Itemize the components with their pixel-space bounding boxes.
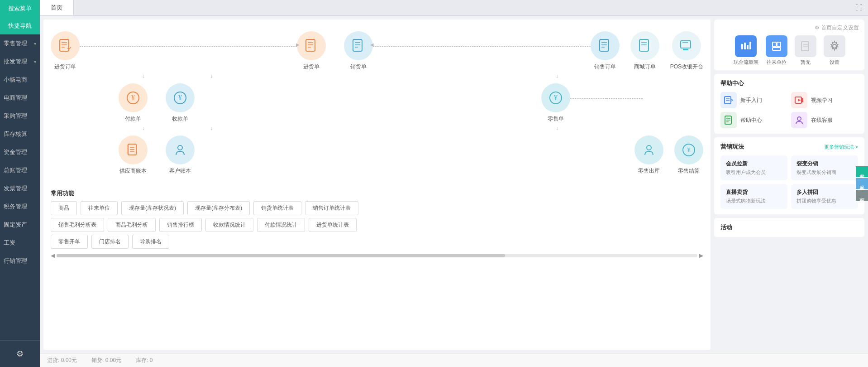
mkt-item-fission[interactable]: 裂变分销 裂变式发展分销商 (791, 155, 858, 180)
sidebar-item-ecom[interactable]: 电商管理 (0, 89, 40, 107)
svg-rect-12 (600, 39, 609, 51)
quick-icon-cashflow[interactable]: 现金流量表 (734, 35, 758, 66)
sidebar-item-finance[interactable]: 资金管理 (0, 143, 40, 161)
svg-rect-48 (725, 97, 731, 104)
flow-node-shoukdan[interactable]: ¥ 收款单 (166, 83, 195, 123)
func-row-1: 商品 往来单位 现存量(库存状况表) 现存量(库存分布表) 销货单统计表 销售订… (51, 201, 703, 215)
svg-text:¥: ¥ (178, 94, 182, 101)
func-btn-purchase[interactable]: 进货单统计表 (309, 218, 357, 232)
gear-icon[interactable]: ⚙ (0, 345, 40, 362)
func-btn-payment[interactable]: 付款情况统计 (257, 218, 305, 232)
mkt-item-member[interactable]: 会员拉新 吸引用户成为会员 (720, 155, 787, 180)
online-service-icon (791, 112, 807, 128)
right-panel: ⚙ 首页自定义设置 现金流量表 往来单位 (714, 16, 868, 353)
svg-rect-39 (747, 45, 749, 49)
help-item-online[interactable]: 在线客服 (791, 112, 858, 128)
func-btn-sales1[interactable]: 销货单统计表 (253, 201, 301, 215)
func-row-2: 销售毛利分析表 商品毛利分析 销售排行榜 收款情况统计 付款情况统计 进货单统计… (51, 218, 703, 232)
flow-node-lsd[interactable]: ¥ 零售单 (541, 83, 570, 123)
bottom-inventory: 库存: 0 (136, 357, 153, 364)
sidebar-item-ecom-small[interactable]: 小畅电商 (0, 71, 40, 89)
marketing-more[interactable]: 更多营销玩法 > (824, 144, 858, 150)
flow-node-gyschb[interactable]: 供应商账本 (119, 135, 148, 175)
svg-text:¥: ¥ (131, 94, 135, 101)
flow-node-jhdan[interactable]: 进货单 (297, 31, 326, 71)
flow-node-khzb[interactable]: 客户账本 (166, 135, 195, 175)
sidebar-item-salary[interactable]: 工资 (0, 234, 40, 252)
tab-home[interactable]: 首页 (40, 0, 74, 15)
float-btn-desktop[interactable]: 桌面快捷 (856, 190, 868, 201)
quick-icon-units[interactable]: 往来单位 (766, 35, 787, 66)
help-item-video[interactable]: 视频学习 (791, 92, 858, 108)
marketing-title: 营销玩法 (720, 143, 744, 151)
func-btn-receipt[interactable]: 收款情况统计 (205, 218, 253, 232)
mkt-item-group[interactable]: 多人拼团 拼团购物享受优惠 (791, 184, 858, 209)
svg-rect-40 (749, 42, 751, 49)
quick-icon-settings[interactable]: 设置 (824, 35, 845, 66)
float-btn-hotline[interactable]: 客服热线 (856, 166, 868, 177)
sidebar-item-ledger[interactable]: 总账管理 (0, 161, 40, 179)
bottom-info: 进货: 0.00元 销货: 0.00元 库存: 0 (40, 353, 868, 367)
sidebar-item-tax[interactable]: 税务管理 (0, 198, 40, 216)
scroll-left-icon[interactable]: ◀ (51, 252, 55, 259)
scroll-right-icon[interactable]: ▶ (699, 252, 703, 259)
customize-btn[interactable]: ⚙ 首页自定义设置 (815, 24, 859, 32)
svg-point-34 (647, 145, 651, 150)
flow-node-xhdan[interactable]: 销货单 (344, 31, 373, 71)
svg-text:¥: ¥ (687, 147, 691, 154)
content-area: 进货订单 ▶ 进货单 (40, 16, 868, 353)
video-icon (791, 92, 807, 108)
svg-rect-20 (683, 49, 688, 50)
func-btn-units[interactable]: 往来单位 (81, 201, 118, 215)
quick-icon-empty[interactable]: 暂无 (795, 35, 816, 66)
mkt-item-live[interactable]: 直播卖货 场景式购物新玩法 (720, 184, 787, 209)
chevron-down-icon: ▾ (34, 59, 36, 64)
svg-point-47 (833, 44, 836, 48)
scroll-thumb (57, 254, 505, 257)
flow-node-lsck[interactable]: 零售出库 (634, 135, 663, 175)
sidebar-item-purchase[interactable]: 采购管理 (0, 107, 40, 125)
flow-node-jhdingdan[interactable]: 进货订单 (51, 31, 80, 71)
flow-node-fukdan[interactable]: ¥ 付款单 (119, 83, 148, 123)
common-func-title: 常用功能 (51, 189, 703, 198)
sidebar-item-inventory[interactable]: 库存核算 (0, 125, 40, 143)
svg-point-33 (178, 145, 182, 150)
func-btn-rank[interactable]: 销售排行榜 (159, 218, 202, 232)
sidebar-item-marketing[interactable]: 行销管理 (0, 252, 40, 270)
flow-node-pos[interactable]: POS收银开台 (670, 31, 703, 71)
help-item-newbie[interactable]: 新手入门 (720, 92, 787, 108)
sidebar-item-retail[interactable]: 零售管理 ▾ (0, 34, 40, 53)
float-btn-community[interactable]: 服务社区 (856, 178, 868, 189)
scrollbar: ◀ ▶ (51, 252, 703, 259)
func-btn-profit1[interactable]: 销售毛利分析表 (51, 218, 104, 232)
activity-title: 活动 (720, 223, 858, 232)
bottom-purchase: 进货: 0.00元 (47, 357, 77, 364)
gear-customize-icon: ⚙ (815, 24, 820, 31)
svg-marker-52 (798, 99, 801, 101)
flow-node-lsjcal[interactable]: ¥ 零售结算 (674, 135, 703, 175)
sidebar-item-assets[interactable]: 固定资产 (0, 216, 40, 234)
bottom-sales: 销货: 0.00元 (91, 357, 121, 364)
left-panel: 进货订单 ▶ 进货单 (43, 19, 711, 350)
func-btn-inv2[interactable]: 现存量(库存分布表) (187, 201, 250, 215)
activity-section: 活动 (714, 218, 864, 237)
func-btn-store-rank[interactable]: 门店排名 (91, 235, 129, 249)
sidebar-item-invoice[interactable]: 发票管理 (0, 179, 40, 198)
func-btn-retail-order[interactable]: 零售开单 (51, 235, 88, 249)
marketing-section: 营销玩法 更多营销玩法 > 会员拉新 吸引用户成为会员 裂变分销 裂变式发展分销… (714, 137, 864, 214)
func-btn-inv1[interactable]: 现存量(库存状况表) (121, 201, 184, 215)
sidebar-item-wholesale[interactable]: 批发管理 ▾ (0, 53, 40, 71)
sidebar-nav-active[interactable]: 快捷导航 (0, 17, 40, 34)
func-btn-guide-rank[interactable]: 导购排名 (132, 235, 169, 249)
scroll-track[interactable] (57, 254, 697, 257)
func-btn-goods[interactable]: 商品 (51, 201, 77, 215)
expand-icon[interactable]: ⛶ (850, 0, 868, 15)
flow-node-scdingdan[interactable]: 商城订单 (630, 31, 659, 71)
svg-point-58 (797, 117, 801, 121)
main-area: 首页 ⛶ 进货订单 (40, 0, 868, 367)
help-item-helpcenter[interactable]: 帮助中心 (720, 112, 787, 128)
flow-node-xsdingdan[interactable]: 销售订单 (591, 31, 620, 71)
sidebar-search[interactable]: 搜索菜单 (0, 0, 40, 17)
func-btn-sales2[interactable]: 销售订单统计表 (305, 201, 358, 215)
func-btn-profit2[interactable]: 商品毛利分析 (108, 218, 156, 232)
